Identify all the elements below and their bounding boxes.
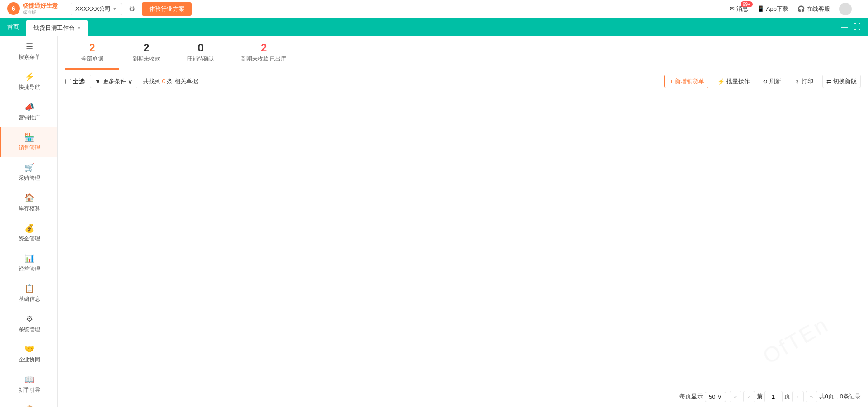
sidebar-item-9[interactable]: ⚙ 系统管理 [0, 309, 57, 339]
stat-tab-3[interactable]: 2 到期未收款 已出库 [228, 36, 300, 70]
sidebar-item-7[interactable]: 📊 经营管理 [0, 248, 57, 278]
refresh-label: 刷新 [769, 77, 781, 85]
logo-text: 畅捷通好生意 标准版 [23, 2, 58, 16]
refresh-icon: ↻ [763, 78, 768, 85]
sidebar-label-10: 企业协同 [19, 356, 40, 364]
sidebar-label-3: 销售管理 [19, 144, 40, 152]
select-all-checkbox[interactable]: 全选 [65, 77, 85, 85]
sidebar-item-10[interactable]: 🤝 企业协同 [0, 339, 57, 369]
sidebar-label-1: 快捷导航 [19, 84, 40, 91]
sidebar-item-6[interactable]: 💰 资金管理 [0, 218, 57, 248]
table-area [58, 93, 868, 386]
sidebar-icon-8: 📋 [24, 284, 34, 294]
tab-expand-icon[interactable]: ⛶ [854, 23, 861, 31]
pagination-bar: 每页显示 50 ∨ « ‹ 第 页 › » 共0页，0条记录 [58, 386, 868, 407]
stat-count-2: 0 [198, 42, 203, 54]
prev-page-button[interactable]: ‹ [743, 391, 755, 402]
sidebar-label-4: 采购管理 [19, 174, 40, 182]
sidebar-icon-12: 📦 [24, 405, 34, 407]
stat-label-0: 全部单据 [81, 55, 103, 63]
empty-state [58, 93, 868, 386]
logo-icon: 6 [7, 2, 20, 15]
message-icon: ✉ [730, 5, 735, 12]
chevron-down-icon: ▼ [113, 6, 117, 11]
messages-button[interactable]: ✉ 消息 99+ [730, 5, 748, 13]
refresh-button[interactable]: ↻ 刷新 [759, 75, 785, 88]
stat-tab-1[interactable]: 2 到期未收款 [119, 36, 174, 70]
sidebar-icon-6: 💰 [24, 223, 34, 233]
select-all-input[interactable] [65, 79, 71, 84]
tab-bar: 首页 钱货日清工作台 × — ⛶ [0, 18, 868, 36]
filter-chevron-icon: ∨ [128, 78, 132, 85]
page-navigation: « ‹ 第 页 › » 共0页，0条记录 [730, 391, 861, 402]
sidebar-item-11[interactable]: 📖 新手引导 [0, 369, 57, 399]
logo-sub: 标准版 [23, 9, 58, 15]
switch-label: 切换新版 [833, 77, 857, 85]
toolbar-left: 全选 ▼ 更多条件 ∨ 共找到 0 条 相关单据 [65, 75, 659, 88]
sidebar-item-4[interactable]: 🛒 采购管理 [0, 157, 57, 187]
sidebar-item-3[interactable]: 🏪 销售管理 [0, 127, 57, 157]
sidebar-label-2: 营销推广 [19, 114, 40, 122]
more-filters-button[interactable]: ▼ 更多条件 ∨ [90, 75, 137, 88]
page-prefix: 第 [757, 393, 763, 401]
settings-icon[interactable]: ⚙ [126, 3, 138, 15]
found-count: 0 [162, 78, 165, 84]
add-label: + 新增销货单 [670, 77, 704, 85]
stat-count-3: 2 [261, 42, 267, 54]
sidebar-label-8: 基础信息 [19, 295, 40, 303]
sidebar-label-11: 新手引导 [19, 386, 40, 394]
online-service-button[interactable]: 🎧 在线客服 [797, 5, 830, 13]
per-page-chevron-icon: ∨ [717, 393, 722, 400]
found-unit: 条 [167, 78, 173, 84]
batch-icon: ⚡ [717, 78, 725, 85]
stat-label-3: 到期未收款 已出库 [241, 55, 286, 63]
tab-minimize-icon[interactable]: — [841, 23, 848, 31]
sidebar-label-7: 经营管理 [19, 265, 40, 273]
logo-main: 畅捷通好生意 [23, 2, 58, 10]
sidebar-icon-1: ⚡ [24, 72, 34, 82]
sidebar-item-0[interactable]: ☰ 搜索菜单 [0, 36, 57, 66]
select-all-label: 全选 [73, 77, 85, 85]
sidebar-item-12[interactable]: 📦 应用中心 [0, 399, 57, 407]
app-download-icon: 📱 [757, 5, 764, 12]
per-page-label: 每页显示 [679, 393, 703, 401]
sidebar-item-1[interactable]: ⚡ 快捷导航 [0, 66, 57, 97]
service-icon: 🎧 [797, 5, 805, 12]
toolbar-right: + 新增销货单 ⚡ 批量操作 ↻ 刷新 🖨 打印 ⇄ 切换新版 [664, 75, 861, 88]
add-order-button[interactable]: + 新增销货单 [664, 75, 708, 88]
stats-tabs: 2 全部单据 2 到期未收款 0 旺辅待确认 2 到期未收款 已出库 [58, 36, 868, 70]
print-button[interactable]: 🖨 打印 [790, 75, 817, 88]
page-input[interactable] [764, 391, 783, 402]
per-page-select[interactable]: 50 ∨ [705, 392, 726, 402]
last-page-button[interactable]: » [806, 391, 817, 402]
stat-count-0: 2 [89, 42, 95, 54]
workbench-tab-label: 钱货日清工作台 [33, 24, 75, 32]
sidebar: ☰ 搜索菜单 ⚡ 快捷导航 📣 营销推广 🏪 销售管理 🛒 采购管理 🏠 库存核… [0, 36, 58, 407]
per-page-value: 50 [709, 393, 715, 400]
sidebar-label-5: 库存核算 [19, 205, 40, 212]
found-text: 共找到 0 条 相关单据 [143, 77, 198, 85]
print-icon: 🖨 [794, 78, 800, 85]
sidebar-item-8[interactable]: 📋 基础信息 [0, 278, 57, 309]
stat-tab-0[interactable]: 2 全部单据 [65, 36, 119, 70]
sidebar-label-9: 系统管理 [19, 326, 40, 333]
sidebar-label-6: 资金管理 [19, 235, 40, 243]
avatar[interactable] [839, 3, 852, 15]
company-selector[interactable]: XXXXXX公司 ▼ [71, 3, 122, 15]
stat-tab-2[interactable]: 0 旺辅待确认 [174, 36, 228, 70]
sidebar-item-2[interactable]: 📣 营销推广 [0, 97, 57, 127]
trial-button[interactable]: 体验行业方案 [142, 2, 192, 16]
app-download-button[interactable]: 📱 App下载 [757, 5, 788, 13]
tab-close-icon[interactable]: × [77, 25, 80, 31]
switch-version-button[interactable]: ⇄ 切换新版 [822, 75, 861, 88]
next-page-button[interactable]: › [792, 391, 804, 402]
sidebar-item-5[interactable]: 🏠 库存核算 [0, 187, 57, 218]
batch-operation-button[interactable]: ⚡ 批量操作 [714, 75, 754, 88]
sidebar-icon-3: 🏪 [24, 132, 34, 142]
first-page-button[interactable]: « [730, 391, 741, 402]
print-label: 打印 [802, 77, 813, 85]
tab-workbench[interactable]: 钱货日清工作台 × [26, 20, 88, 36]
found-suffix: 相关单据 [175, 78, 198, 84]
tab-home[interactable]: 首页 [0, 18, 26, 36]
stat-label-2: 旺辅待确认 [187, 55, 214, 63]
